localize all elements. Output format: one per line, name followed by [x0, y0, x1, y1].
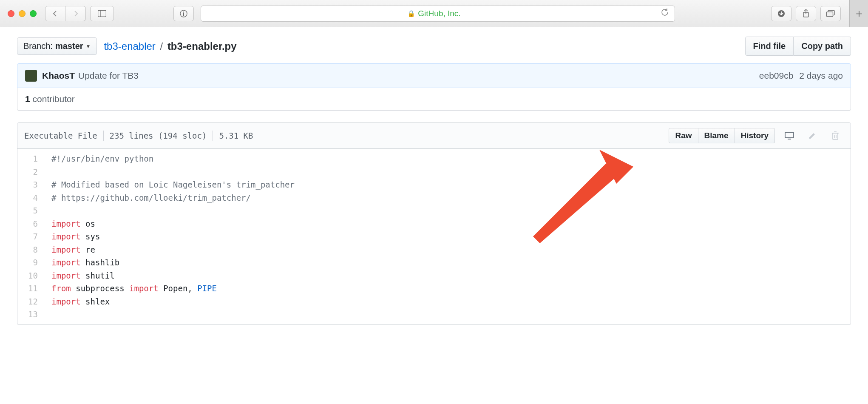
contributor-count: 1: [25, 94, 30, 104]
svg-rect-9: [785, 132, 794, 138]
blame-button[interactable]: Blame: [698, 128, 735, 143]
avatar[interactable]: [25, 70, 37, 82]
contributor-label: contributor: [30, 94, 75, 104]
downloads-button[interactable]: [771, 6, 791, 21]
breadcrumb: tb3-enabler / tb3-enabler.py: [104, 40, 236, 52]
svg-rect-4: [183, 13, 184, 16]
file-navigation: Branch: master ▼ tb3-enabler / tb3-enabl…: [17, 37, 851, 56]
line-numbers: 12345678910111213: [17, 149, 44, 324]
svg-point-3: [183, 11, 184, 12]
contributors-box: 1 contributor: [17, 88, 851, 111]
file-name: tb3-enabler.py: [167, 40, 237, 52]
maximize-window-button[interactable]: [30, 10, 37, 17]
branch-select-button[interactable]: Branch: master ▼: [17, 37, 97, 55]
browser-toolbar: 🔒 GitHub, Inc. ＋: [0, 0, 868, 27]
window-controls: [8, 10, 37, 17]
svg-rect-10: [788, 139, 791, 139]
delete-icon[interactable]: [827, 129, 844, 142]
desktop-icon[interactable]: [781, 129, 798, 142]
commit-sha[interactable]: eeb09cb: [759, 71, 794, 80]
file-size: 5.31 KB: [213, 131, 259, 140]
privacy-report-button[interactable]: [173, 6, 194, 21]
nav-buttons: [45, 6, 86, 21]
commit-author[interactable]: KhaosT: [42, 71, 75, 81]
line-count: 235 lines (194 sloc): [104, 131, 213, 140]
commit-message[interactable]: Update for TB3: [78, 71, 139, 81]
page-content: Branch: master ▼ tb3-enabler / tb3-enabl…: [0, 27, 868, 325]
tabs-button[interactable]: [820, 6, 841, 21]
find-file-button[interactable]: Find file: [745, 37, 794, 56]
commit-age: 2 days ago: [799, 71, 843, 80]
reload-button[interactable]: [661, 9, 669, 18]
close-window-button[interactable]: [8, 10, 14, 17]
branch-name: master: [55, 41, 83, 51]
code-lines: #!/usr/bin/env python # Modified based o…: [44, 149, 295, 324]
commit-info: KhaosT Update for TB3 eeb09cb 2 days ago: [17, 63, 851, 88]
code-body: 12345678910111213 #!/usr/bin/env python …: [17, 149, 851, 324]
address-bar[interactable]: 🔒 GitHub, Inc.: [201, 6, 675, 22]
file-toolbar: Executable File 235 lines (194 sloc) 5.3…: [17, 123, 851, 149]
caret-down-icon: ▼: [86, 43, 91, 49]
file-mode: Executable File: [24, 131, 103, 140]
minimize-window-button[interactable]: [19, 10, 26, 17]
new-tab-button[interactable]: ＋: [849, 0, 868, 27]
share-button[interactable]: [796, 6, 816, 21]
svg-rect-8: [827, 12, 833, 17]
copy-path-button[interactable]: Copy path: [794, 37, 851, 56]
svg-rect-11: [833, 133, 838, 139]
sidebar-button[interactable]: [90, 6, 114, 21]
breadcrumb-separator: /: [160, 40, 163, 52]
lock-icon: 🔒: [407, 10, 415, 17]
repo-link[interactable]: tb3-enabler: [104, 40, 155, 52]
branch-label: Branch:: [23, 41, 53, 51]
forward-button[interactable]: [65, 6, 86, 21]
file-actions: Find file Copy path: [745, 37, 851, 56]
file-box: Executable File 235 lines (194 sloc) 5.3…: [17, 122, 851, 325]
back-button[interactable]: [45, 6, 65, 21]
raw-button[interactable]: Raw: [669, 128, 698, 143]
view-buttons: Raw Blame History: [669, 128, 775, 143]
address-text: GitHub, Inc.: [418, 9, 460, 18]
svg-rect-0: [98, 10, 106, 17]
history-button[interactable]: History: [735, 128, 775, 143]
edit-icon[interactable]: [804, 129, 821, 142]
